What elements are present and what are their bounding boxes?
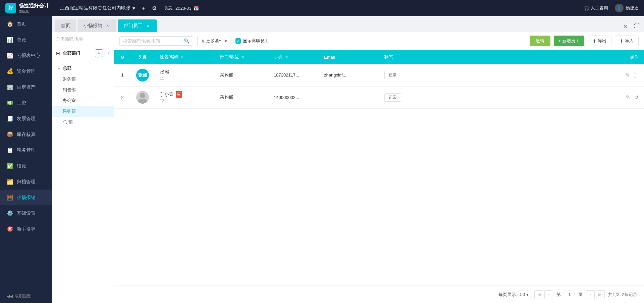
page-number-input[interactable] bbox=[563, 291, 576, 298]
table-header: ⚙ 头像 姓名/编码 ⇅ 部门/职位 ⇅ 手机 ⇅ bbox=[114, 50, 644, 64]
expand-tab-btn[interactable]: ⛶ bbox=[632, 21, 641, 31]
cell-name: 宁小壹 应 12 bbox=[154, 86, 215, 109]
dept-search-input[interactable] bbox=[56, 37, 112, 42]
tab-home-label: 首页 bbox=[61, 23, 70, 29]
sidebar-item-inventory[interactable]: 📦 库存核算 bbox=[0, 127, 52, 142]
settings-icon[interactable]: ⚙ bbox=[152, 5, 157, 11]
user-avatar: 👤 bbox=[615, 4, 624, 12]
prev-page-btn[interactable]: ‹ bbox=[544, 290, 553, 299]
dept-header-title: 全部部门 bbox=[63, 50, 92, 56]
guide-icon: 🎯 bbox=[7, 226, 13, 232]
sidebar-item-fund[interactable]: 💰 资金管理 bbox=[0, 63, 52, 79]
avatar bbox=[136, 91, 149, 104]
tab-expense-close[interactable]: × bbox=[105, 23, 110, 29]
per-page-select[interactable]: 50 ▾ bbox=[518, 291, 531, 298]
employee-tag: 应 bbox=[176, 91, 182, 98]
tab-expense[interactable]: 小畅报销 × bbox=[77, 19, 116, 32]
per-page-area: 每页显示 50 ▾ bbox=[498, 291, 531, 298]
prev-icon: ‹ bbox=[548, 292, 549, 297]
edit-icon[interactable]: ✎ bbox=[626, 94, 630, 100]
dept-item-finance[interactable]: 财务部 bbox=[52, 74, 114, 85]
toolbar-right: 邀请 + 新增员工 ⬆ 导出 ⬇ 导入 bbox=[530, 36, 639, 46]
show-left-checkbox[interactable]: ✓ 显示离职员工 bbox=[235, 38, 269, 44]
filter-btn[interactable]: ⧖ 更多条件 ▾ bbox=[197, 36, 231, 46]
company-dropdown-icon[interactable]: ▾ bbox=[132, 5, 135, 11]
table-row: 1张熙 张熙 11 采购部187202117...zhangxidf...正常 … bbox=[114, 64, 644, 86]
sidebar-label-ledger: 总账 bbox=[17, 37, 26, 43]
add-employee-btn[interactable]: + 新增员工 bbox=[554, 36, 584, 46]
import-icon: ⬇ bbox=[620, 39, 624, 44]
sidebar-item-assets[interactable]: 🏢 固定资产 bbox=[0, 79, 52, 95]
main-content: 🔍 ⧖ 更多条件 ▾ ✓ 显示离职员工 邀请 + 新增员工 bbox=[114, 32, 644, 303]
cell-email bbox=[319, 86, 379, 109]
search-box: 🔍 bbox=[119, 36, 193, 46]
search-input[interactable] bbox=[123, 39, 182, 44]
last-page-btn[interactable]: ▶| bbox=[596, 290, 605, 299]
table-body: 1张熙 张熙 11 采购部187202117...zhangxidf...正常 … bbox=[114, 64, 644, 109]
export-btn[interactable]: ⬆ 导出 bbox=[588, 36, 611, 46]
sidebar-label-archive: 归档管理 bbox=[17, 179, 36, 185]
first-page-btn[interactable]: |◀ bbox=[534, 290, 543, 299]
tab-home[interactable]: 首页 bbox=[55, 19, 76, 32]
dept-item-office[interactable]: 办公室 bbox=[52, 95, 114, 106]
fund-icon: 💰 bbox=[7, 68, 13, 74]
dept-item-zongbu[interactable]: ▼ 总部 bbox=[52, 63, 114, 74]
search-icon[interactable]: 🔍 bbox=[184, 38, 190, 44]
sidebar-item-home[interactable]: 🏠 首页 bbox=[0, 16, 52, 32]
page-content: 🔍 ⊞ 全部部门 ✎ 《 ▼ 总部 财务部 bbox=[52, 32, 644, 303]
svg-point-0 bbox=[140, 93, 145, 98]
sidebar-label-expense: 小畅报销 bbox=[17, 195, 36, 201]
sidebar-item-invoice[interactable]: 🧾 发票管理 bbox=[0, 111, 52, 127]
app-subtitle: 旗舰版 bbox=[19, 9, 49, 14]
cell-phone: 140000002... bbox=[268, 86, 319, 109]
next-icon: › bbox=[590, 292, 591, 297]
service-btn[interactable]: 🎧 人工咨询 bbox=[584, 5, 608, 11]
dept-edit-btn[interactable]: ✎ bbox=[95, 49, 103, 57]
next-page-btn[interactable]: › bbox=[586, 290, 595, 299]
cell-email: zhangxidf... bbox=[319, 64, 379, 86]
employee-table: ⚙ 头像 姓名/编码 ⇅ 部门/职位 ⇅ 手机 ⇅ bbox=[114, 50, 644, 109]
import-btn[interactable]: ⬇ 导入 bbox=[615, 36, 639, 46]
cancel-pin-btn[interactable]: ◀◀ 取消固定 bbox=[0, 289, 52, 303]
sidebar-item-basic[interactable]: ⚙️ 基础设置 bbox=[0, 205, 52, 221]
edit-icon[interactable]: ✎ bbox=[626, 72, 630, 78]
tab-dept-employee[interactable]: 部门员工 × bbox=[118, 19, 157, 32]
th-avatar: 头像 bbox=[131, 50, 154, 64]
sidebar-item-cloud-reports[interactable]: 📈 云报表中心 bbox=[0, 48, 52, 63]
th-dept[interactable]: 部门/职位 ⇅ bbox=[215, 50, 268, 64]
invite-btn[interactable]: 邀请 bbox=[530, 36, 550, 46]
logo-area: 好 畅捷通好会计 旗舰版 bbox=[5, 3, 57, 14]
sidebar-item-tax[interactable]: 📋 税务管理 bbox=[0, 142, 52, 158]
th-name[interactable]: 姓名/编码 ⇅ bbox=[154, 50, 215, 64]
dept-label-zongbu2: 总 部 bbox=[63, 119, 73, 125]
calendar-icon[interactable]: 📅 bbox=[194, 6, 199, 11]
per-page-label: 每页显示 bbox=[498, 292, 516, 298]
th-settings[interactable]: ⚙ bbox=[114, 50, 131, 64]
dept-item-sales[interactable]: 销售部 bbox=[52, 85, 114, 95]
sidebar-item-salary[interactable]: 💵 工资 bbox=[0, 95, 52, 111]
dept-collapse-btn[interactable]: 《 bbox=[106, 51, 110, 56]
refresh-icon[interactable]: ↺ bbox=[634, 94, 639, 100]
tab-dept-close[interactable]: × bbox=[145, 23, 151, 29]
home-icon: 🏠 bbox=[7, 21, 13, 27]
svg-point-1 bbox=[138, 99, 147, 104]
cell-avatar bbox=[131, 86, 154, 109]
sidebar-item-general-ledger[interactable]: 📊 总账 bbox=[0, 32, 52, 48]
th-phone[interactable]: 手机 ⇅ bbox=[268, 50, 319, 64]
add-company-icon[interactable]: ＋ bbox=[141, 4, 147, 12]
cancel-pin-label: 取消固定 bbox=[15, 293, 31, 299]
logout-icon[interactable]: ⬚ bbox=[634, 72, 639, 78]
page-nav: |◀ ‹ bbox=[534, 290, 553, 299]
sidebar-item-archive[interactable]: 🗂️ 归档管理 bbox=[0, 174, 52, 190]
user-area[interactable]: 👤 畅捷通 bbox=[615, 4, 639, 12]
sidebar-item-settlement[interactable]: ✅ 结账 bbox=[0, 158, 52, 174]
close-tab-btn[interactable]: ✕ bbox=[621, 21, 630, 31]
cell-status: 正常 bbox=[379, 86, 419, 109]
dept-item-zongbu2[interactable]: 总 部 bbox=[52, 117, 114, 128]
sidebar-item-guide[interactable]: 🎯 新手引导 bbox=[0, 221, 52, 237]
employee-name: 张熙 bbox=[160, 68, 169, 75]
dept-item-purchase[interactable]: 采购部 bbox=[52, 106, 114, 117]
content-area: 首页 小畅报销 × 部门员工 × ✕ ⛶ 🔍 bbox=[52, 16, 644, 303]
sidebar-item-expense[interactable]: 🧮 小畅报销 bbox=[0, 190, 52, 205]
dept-search-area: 🔍 bbox=[52, 32, 114, 46]
